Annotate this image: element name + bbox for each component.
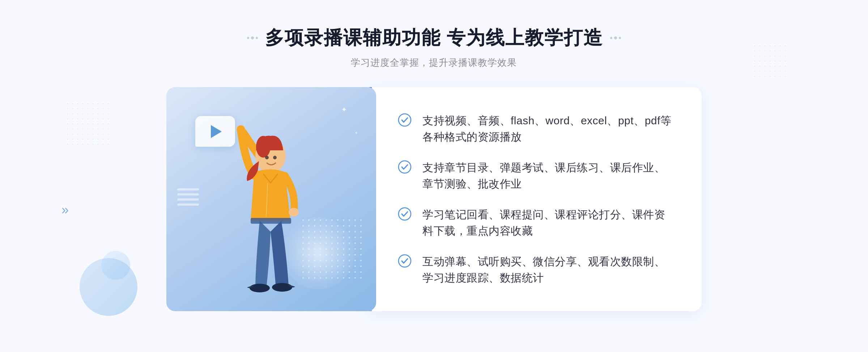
svg-rect-7 <box>251 218 291 224</box>
dots-decoration-left <box>65 101 109 145</box>
dot-5 <box>614 37 617 39</box>
illustration-card: ✦ ✦ <box>166 87 376 311</box>
svg-point-13 <box>399 208 411 220</box>
svg-point-5 <box>250 284 270 292</box>
star-decoration-2: ✦ <box>354 130 358 136</box>
check-icon-4 <box>398 254 412 268</box>
dots-decoration-right <box>752 43 788 80</box>
check-icon-2 <box>398 160 412 174</box>
feature-text-4: 互动弹幕、试听购买、微信分享、观看次数限制、学习进度跟踪、数据统计 <box>422 253 673 286</box>
star-decoration-1: ✦ <box>341 105 347 114</box>
feature-text-1: 支持视频、音频、flash、word、excel、ppt、pdf等各种格式的资源… <box>422 112 673 145</box>
person-illustration <box>213 120 343 311</box>
svg-point-4 <box>289 208 299 216</box>
header-section: 多项录播课辅助功能 专为线上教学打造 学习进度全掌握，提升录播课教学效果 <box>247 25 621 69</box>
header-dot-group-left <box>247 37 258 39</box>
stripe-4 <box>177 203 199 206</box>
feature-item-4: 互动弹幕、试听购买、微信分享、观看次数限制、学习进度跟踪、数据统计 <box>398 253 673 286</box>
page-container: » 多项录播课辅助功能 专为线上教学打造 学习进度全掌握，提升录播课教学效果 <box>0 0 868 352</box>
dot-6 <box>619 37 621 39</box>
dot-4 <box>610 37 612 39</box>
stripe-1 <box>177 188 199 190</box>
svg-point-3 <box>256 136 271 158</box>
dot-2 <box>251 37 254 39</box>
dot-1 <box>247 37 249 39</box>
stripe-decoration <box>177 188 199 217</box>
feature-item-1: 支持视频、音频、flash、word、excel、ppt、pdf等各种格式的资源… <box>398 112 673 145</box>
svg-point-14 <box>399 255 411 267</box>
stripe-3 <box>177 198 199 201</box>
check-icon-1 <box>398 113 412 127</box>
header-decorators: 多项录播课辅助功能 专为线上教学打造 <box>247 25 621 51</box>
feature-text-3: 学习笔记回看、课程提问、课程评论打分、课件资料下载，重点内容收藏 <box>422 206 673 239</box>
feature-item-3: 学习笔记回看、课程提问、课程评论打分、课件资料下载，重点内容收藏 <box>398 206 673 239</box>
main-content: ✦ ✦ <box>109 87 760 311</box>
svg-point-9 <box>273 156 277 159</box>
page-subtitle: 学习进度全掌握，提升录播课教学效果 <box>247 56 621 69</box>
header-dot-group-right <box>610 37 621 39</box>
chevron-decoration: » <box>61 202 66 218</box>
page-title: 多项录播课辅助功能 专为线上教学打造 <box>265 25 603 51</box>
check-icon-3 <box>398 207 412 221</box>
dot-3 <box>256 37 258 39</box>
svg-point-6 <box>272 283 292 292</box>
svg-point-11 <box>399 114 411 126</box>
stripe-2 <box>177 193 199 196</box>
feature-text-2: 支持章节目录、弹题考试、课后练习、课后作业、章节测验、批改作业 <box>422 159 673 192</box>
features-panel: 支持视频、音频、flash、word、excel、ppt、pdf等各种格式的资源… <box>369 87 702 311</box>
svg-point-8 <box>265 156 269 159</box>
feature-item-2: 支持章节目录、弹题考试、课后练习、课后作业、章节测验、批改作业 <box>398 159 673 192</box>
svg-point-12 <box>399 161 411 173</box>
